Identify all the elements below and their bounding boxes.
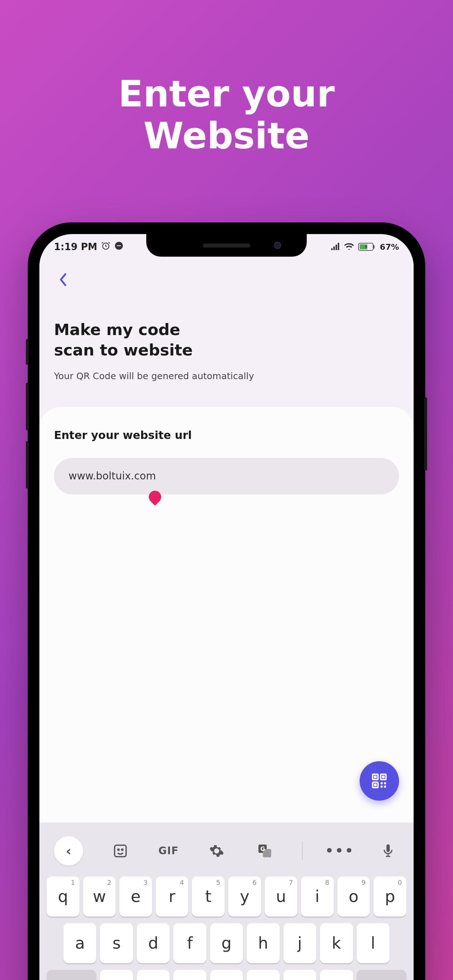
sticker-icon — [113, 843, 128, 859]
key-num: 7 — [289, 879, 293, 886]
key-g[interactable]: g — [210, 923, 243, 963]
keyboard-row-2: asdfghjkl — [47, 923, 406, 963]
key-d[interactable]: d — [137, 923, 170, 963]
gear-icon — [209, 843, 224, 859]
svg-rect-15 — [381, 786, 383, 788]
page-title-line2: scan to website — [54, 341, 193, 359]
key-j[interactable]: j — [283, 923, 316, 963]
keyboard-collapse-button[interactable]: ‹ — [54, 836, 83, 865]
svg-rect-2 — [117, 245, 121, 246]
svg-rect-3 — [331, 248, 333, 250]
promo-title-line1: Enter your — [118, 73, 335, 115]
key-o[interactable]: o9 — [337, 877, 370, 916]
phone-side-button — [424, 398, 427, 470]
mic-icon — [381, 843, 395, 859]
status-battery-percent: 67% — [380, 242, 399, 251]
promo-title: Enter your Website — [118, 73, 335, 157]
svg-rect-23 — [387, 845, 390, 852]
svg-rect-5 — [335, 245, 337, 250]
key-num: 1 — [71, 879, 75, 886]
chevron-left-icon — [59, 273, 67, 286]
gif-button[interactable]: GIF — [158, 840, 179, 862]
svg-rect-17 — [115, 845, 126, 857]
mic-button[interactable] — [377, 840, 399, 862]
backspace-key[interactable] — [357, 970, 406, 980]
key-n[interactable]: n — [283, 970, 317, 980]
key-r[interactable]: r4 — [156, 877, 188, 916]
chevron-left-icon: ‹ — [65, 843, 72, 859]
key-num: 2 — [107, 879, 111, 886]
generate-qr-button[interactable] — [360, 761, 399, 800]
key-a[interactable]: a — [64, 923, 96, 963]
key-h[interactable]: h — [247, 923, 279, 963]
key-c[interactable]: c — [173, 970, 206, 980]
key-m[interactable]: m — [320, 970, 353, 980]
phone-mockup: 1:19 PM — [28, 223, 425, 980]
phone-notch — [146, 234, 307, 257]
key-num: 0 — [397, 879, 402, 886]
key-y[interactable]: y6 — [228, 877, 261, 916]
key-v[interactable]: v — [210, 970, 243, 980]
url-input-label: Enter your website url — [54, 429, 399, 442]
translate-button[interactable]: G — [254, 840, 276, 862]
key-e[interactable]: e3 — [119, 877, 152, 916]
signal-icon — [331, 241, 340, 252]
page-title-line1: Make my code — [54, 320, 180, 339]
back-button[interactable] — [54, 270, 72, 289]
content-area: Enter your website url — [39, 407, 414, 822]
key-num: 3 — [144, 879, 147, 886]
svg-point-18 — [118, 849, 119, 851]
key-num: 4 — [180, 879, 184, 886]
page-title: Make my code scan to website — [54, 320, 399, 361]
alarm-icon — [101, 241, 110, 253]
sticker-button[interactable] — [109, 840, 131, 862]
key-p[interactable]: p0 — [373, 877, 406, 916]
page-subtitle: Your QR Code will be genered automatical… — [54, 371, 399, 381]
divider — [302, 842, 303, 860]
settings-button[interactable] — [206, 840, 228, 862]
keyboard-row-1: q1w2e3r4t5y6u7i8o9p0 — [47, 877, 406, 916]
app-header: Make my code scan to website Your QR Cod… — [39, 256, 414, 389]
key-i[interactable]: i8 — [301, 877, 334, 916]
key-z[interactable]: z — [100, 970, 133, 980]
status-time: 1:19 PM — [54, 241, 97, 252]
key-l[interactable]: l — [357, 923, 389, 963]
phone-side-button — [26, 441, 29, 488]
svg-rect-4 — [333, 247, 335, 250]
qr-code-icon — [371, 773, 388, 789]
svg-rect-16 — [384, 786, 386, 788]
svg-rect-12 — [374, 783, 376, 786]
svg-text:G: G — [260, 845, 265, 853]
key-b[interactable]: b — [247, 970, 280, 980]
key-num: 9 — [362, 879, 365, 886]
keyboard: ‹ GIF G ••• — [39, 822, 414, 980]
dnd-icon — [114, 241, 124, 253]
key-f[interactable]: f — [173, 923, 206, 963]
key-x[interactable]: x — [137, 970, 170, 980]
translate-icon: G — [257, 843, 273, 859]
key-k[interactable]: k — [320, 923, 353, 963]
key-q[interactable]: q1 — [47, 877, 80, 916]
more-button[interactable]: ••• — [329, 840, 351, 862]
phone-side-button — [26, 339, 29, 364]
svg-rect-10 — [382, 775, 384, 778]
wifi-icon — [344, 241, 354, 252]
svg-rect-6 — [338, 243, 339, 250]
svg-rect-8 — [374, 775, 376, 778]
keyboard-row-3: zxcvbnm — [47, 970, 406, 980]
key-num: 5 — [216, 879, 220, 886]
key-t[interactable]: t5 — [192, 877, 225, 916]
key-u[interactable]: u7 — [265, 877, 298, 916]
svg-rect-14 — [384, 782, 386, 784]
keyboard-toolbar: ‹ GIF G ••• — [43, 830, 410, 877]
shift-key[interactable] — [47, 970, 96, 980]
url-input[interactable] — [54, 458, 399, 495]
key-w[interactable]: w2 — [83, 877, 116, 916]
battery-icon: ⚡ — [358, 243, 375, 251]
phone-side-button — [26, 383, 29, 430]
svg-point-19 — [122, 849, 123, 851]
svg-rect-13 — [381, 782, 383, 784]
key-num: 6 — [252, 879, 257, 886]
key-num: 8 — [325, 879, 329, 886]
key-s[interactable]: s — [100, 923, 133, 963]
